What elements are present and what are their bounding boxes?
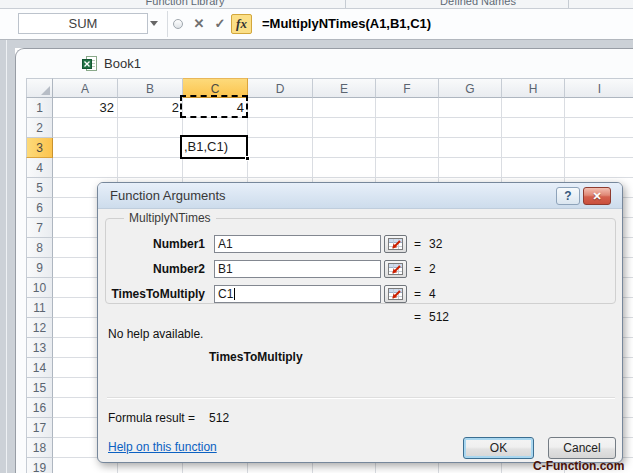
select-all-corner[interactable] [26,78,53,98]
cell-F4[interactable] [376,158,439,178]
cell-E3[interactable] [313,138,376,158]
cell-I4[interactable] [565,158,633,178]
workbook-titlebar[interactable]: Book1 [16,49,633,78]
formula-result-value: 512 [209,411,229,425]
ribbon-group-separator [345,0,346,8]
range-selector-icon[interactable] [384,285,407,303]
cell-D3[interactable] [248,138,313,158]
column-header-I[interactable]: I [565,78,633,98]
cell-A1[interactable]: 32 [53,98,118,118]
cell-C4[interactable] [183,158,248,178]
cell-G4[interactable] [439,158,502,178]
row-header-12[interactable]: 12 [26,318,53,338]
cell-G1[interactable] [439,98,502,118]
cell-H2[interactable] [502,118,565,138]
dialog-titlebar[interactable]: Function Arguments [98,183,622,209]
enter-entry-icon[interactable]: ✓ [210,14,230,34]
cell-A3[interactable] [53,138,118,158]
cell-D1[interactable] [248,98,313,118]
row-header-17[interactable]: 17 [26,418,53,438]
insert-function-fx-button[interactable]: fx [231,14,252,34]
column-header-F[interactable]: F [376,78,439,98]
row-header-11[interactable]: 11 [26,298,53,318]
row-header-2[interactable]: 2 [26,118,53,138]
cell-E1[interactable] [313,98,376,118]
argument-input-Number1[interactable]: A1 [214,235,381,253]
fill-handle[interactable] [245,156,250,161]
cell-C1[interactable]: 4 [183,98,248,118]
column-header-G[interactable]: G [439,78,502,98]
row-header-4[interactable]: 4 [26,158,53,178]
cell-F2[interactable] [376,118,439,138]
cell-H3[interactable] [502,138,565,158]
row-header-15[interactable]: 15 [26,378,53,398]
help-on-function-link[interactable]: Help on this function [108,440,217,454]
result-equals-sign: = [414,310,421,324]
cancel-button[interactable]: Cancel [548,437,616,459]
formula-bar: SUM ✕ ✓ fx =MultiplyNTimes(A1,B1,C1) [0,9,633,40]
argument-equals-sign: = [414,260,421,278]
cancel-entry-icon[interactable]: ✕ [189,14,209,34]
dialog-separator [107,397,615,398]
column-header-C[interactable]: C [183,78,248,98]
row-header-1[interactable]: 1 [26,98,53,118]
ok-button[interactable]: OK [463,437,534,459]
row-header-6[interactable]: 6 [26,198,53,218]
row-header-13[interactable]: 13 [26,338,53,358]
cell-I2[interactable] [565,118,633,138]
result-value: 512 [429,310,449,324]
dialog-title: Function Arguments [110,183,226,209]
row-header-8[interactable]: 8 [26,238,53,258]
cell-B2[interactable] [118,118,183,138]
cell-H1[interactable] [502,98,565,118]
cell-B3[interactable] [118,138,183,158]
range-selector-icon[interactable] [384,260,407,278]
column-header-D[interactable]: D [248,78,313,98]
column-header-H[interactable]: H [502,78,565,98]
argument-input-Number2[interactable]: B1 [214,260,381,278]
row-header-16[interactable]: 16 [26,398,53,418]
cell-H4[interactable] [502,158,565,178]
cell-D2[interactable] [248,118,313,138]
cell-F1[interactable] [376,98,439,118]
column-header-B[interactable]: B [118,78,183,98]
cell-E4[interactable] [313,158,376,178]
name-box[interactable]: SUM [18,13,148,34]
formula-bar-divider [167,11,168,37]
cell-I1[interactable] [565,98,633,118]
dialog-close-button[interactable]: ✕ [583,187,611,205]
range-selector-icon[interactable] [384,235,407,253]
row-header-19[interactable]: 19 [26,458,53,473]
text-caret [234,288,235,300]
argument-row-TimesToMultiply: TimesToMultiplyC1=4 [98,285,624,303]
row-header-5[interactable]: 5 [26,178,53,198]
argument-input-text: A1 [218,237,233,251]
ribbon-group-defined-names: Defined Names [403,0,553,7]
formula-input[interactable]: =MultiplyNTimes(A1,B1,C1) [262,9,431,39]
cell-I3[interactable] [565,138,633,158]
name-box-dropdown-icon[interactable] [150,21,158,26]
excel-workbook-icon [82,55,98,76]
row-header-10[interactable]: 10 [26,278,53,298]
cell-B4[interactable] [118,158,183,178]
row-header-7[interactable]: 7 [26,218,53,238]
active-cell-c3[interactable]: ,B1,C1) [180,135,248,159]
row-header-3[interactable]: 3 [26,138,53,158]
argument-input-TimesToMultiply[interactable]: C1 [214,285,381,303]
cell-F3[interactable] [376,138,439,158]
cell-B1[interactable]: 2 [118,98,183,118]
app-background-gap [0,40,633,48]
row-header-9[interactable]: 9 [26,258,53,278]
row-header-18[interactable]: 18 [26,438,53,458]
column-header-E[interactable]: E [313,78,376,98]
cell-D4[interactable] [248,158,313,178]
cell-A2[interactable] [53,118,118,138]
column-header-A[interactable]: A [53,78,118,98]
cell-G3[interactable] [439,138,502,158]
cell-A4[interactable] [53,158,118,178]
cell-G2[interactable] [439,118,502,138]
row-header-14[interactable]: 14 [26,358,53,378]
dialog-help-button[interactable]: ? [556,187,580,205]
cell-E2[interactable] [313,118,376,138]
argument-input-text: B1 [218,262,233,276]
